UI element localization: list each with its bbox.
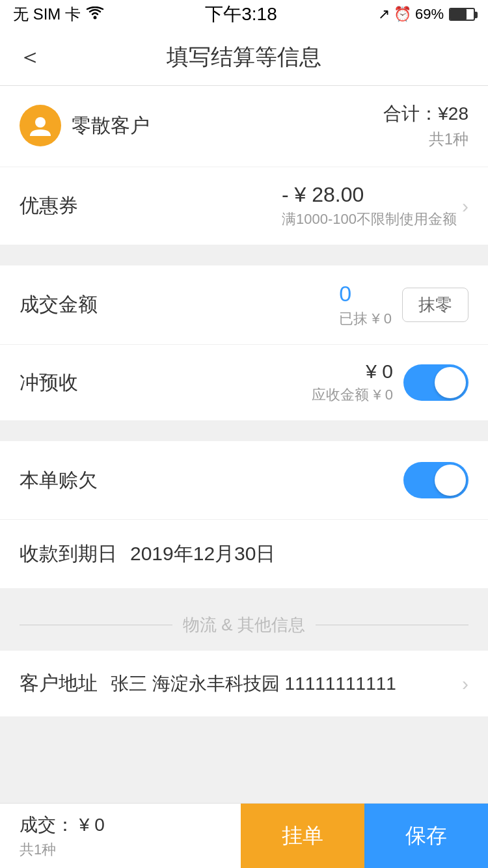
due-label: 收款到期日 (20, 541, 117, 567)
customer-row: 零散客户 合计：¥28 共1种 (0, 86, 488, 165)
bottom-count: 共1种 (20, 840, 221, 860)
coupon-info: - ¥ 28.00 满1000-100不限制使用金额 (282, 183, 457, 229)
bottom-deal: 成交： ¥ 0 (20, 813, 221, 837)
deal-info: 0 已抹 ¥ 0 (339, 281, 392, 329)
carrier-text: 无 SIM 卡 (13, 4, 81, 25)
battery-icon (449, 8, 475, 21)
coupon-discount: - ¥ 28.00 (282, 183, 457, 207)
coupon-label: 优惠券 (20, 193, 78, 219)
deal-label: 成交金额 (20, 292, 98, 318)
deal-sub: 已抹 ¥ 0 (339, 309, 392, 329)
divider-1 (0, 255, 488, 265)
deal-value[interactable]: 0 (339, 281, 392, 306)
back-button[interactable]: ＜ (18, 41, 42, 73)
coupon-row[interactable]: 优惠券 - ¥ 28.00 满1000-100不限制使用金额 › (0, 167, 488, 245)
nav-title: 填写结算等信息 (167, 42, 321, 72)
customer-total: 合计：¥28 (383, 102, 468, 126)
logistics-section: 物流 & 其他信息 (0, 599, 488, 651)
customer-avatar (20, 105, 61, 146)
bottom-info: 成交： ¥ 0 共1种 (0, 804, 241, 868)
arrears-toggle[interactable] (403, 462, 468, 498)
customer-right: 合计：¥28 共1种 (383, 102, 468, 150)
status-left: 无 SIM 卡 (13, 4, 104, 25)
svg-point-0 (94, 16, 97, 20)
coupon-chevron-icon: › (462, 195, 468, 217)
status-right: ↗ ⏰ 69% (378, 6, 475, 23)
svg-point-1 (35, 117, 46, 128)
deal-row: 成交金额 0 已抹 ¥ 0 抹零 (0, 265, 488, 344)
advance-receivable: 应收金额 ¥ 0 (312, 385, 393, 405)
advance-values: ¥ 0 应收金额 ¥ 0 (312, 360, 393, 405)
divider-2 (0, 431, 488, 441)
advance-label: 冲预收 (20, 370, 78, 396)
round-off-button[interactable]: 抹零 (402, 288, 468, 322)
location-icon: ↗ (378, 6, 390, 23)
customer-count: 共1种 (383, 129, 468, 150)
battery-percent: 69% (415, 6, 444, 23)
customer-section: 零散客户 合计：¥28 共1种 优惠券 - ¥ 28.00 满1000-100不… (0, 86, 488, 245)
address-row[interactable]: 客户地址 张三 海淀永丰科技园 11111111111 › (0, 651, 488, 716)
wifi-icon (86, 5, 104, 23)
address-section: 客户地址 张三 海淀永丰科技园 11111111111 › (0, 651, 488, 716)
advance-right: ¥ 0 应收金额 ¥ 0 (312, 360, 468, 405)
alarm-icon: ⏰ (394, 6, 411, 23)
coupon-right: - ¥ 28.00 满1000-100不限制使用金额 › (282, 183, 468, 229)
address-value: 张三 海淀永丰科技园 11111111111 (111, 671, 462, 696)
bottom-bar: 成交： ¥ 0 共1种 挂单 保存 (0, 803, 488, 868)
due-row: 收款到期日 2019年12月30日 (0, 519, 488, 588)
deal-section: 成交金额 0 已抹 ¥ 0 抹零 冲预收 ¥ 0 应收金额 ¥ 0 (0, 265, 488, 420)
due-date: 2019年12月30日 (130, 541, 275, 567)
status-time: 下午3:18 (205, 2, 277, 27)
status-bar: 无 SIM 卡 下午3:18 ↗ ⏰ 69% (0, 0, 488, 29)
advance-row: 冲预收 ¥ 0 应收金额 ¥ 0 (0, 344, 488, 420)
customer-left: 零散客户 (20, 105, 150, 146)
address-chevron-icon: › (462, 673, 468, 695)
arrears-section: 本单赊欠 收款到期日 2019年12月30日 (0, 441, 488, 588)
pend-button[interactable]: 挂单 (241, 804, 364, 868)
coupon-desc: 满1000-100不限制使用金额 (282, 210, 457, 229)
address-label: 客户地址 (20, 670, 98, 697)
arrears-label: 本单赊欠 (20, 467, 98, 494)
advance-amount: ¥ 0 (312, 360, 393, 383)
logistics-label: 物流 & 其他信息 (172, 614, 316, 636)
content: 零散客户 合计：¥28 共1种 优惠券 - ¥ 28.00 满1000-100不… (0, 86, 488, 857)
advance-toggle[interactable] (403, 364, 468, 401)
save-button[interactable]: 保存 (364, 804, 488, 868)
customer-name: 零散客户 (72, 113, 150, 139)
deal-right: 0 已抹 ¥ 0 抹零 (339, 281, 468, 329)
arrears-row: 本单赊欠 (0, 441, 488, 519)
nav-bar: ＜ 填写结算等信息 (0, 29, 488, 86)
